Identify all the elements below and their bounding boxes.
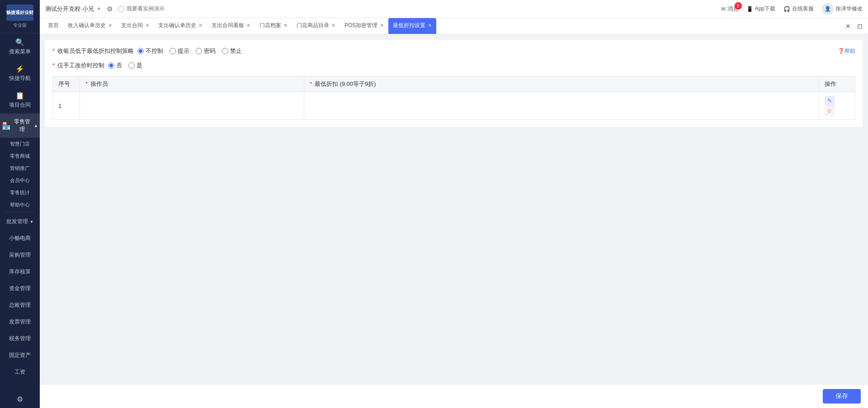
page-panel: * 收银员低于最低折扣控制策略 不控制 提示 密码 — [45, 40, 863, 127]
sidebar-item-member[interactable]: 会员中心 — [0, 174, 40, 187]
option-password[interactable]: 密码 — [196, 47, 216, 55]
wholesale-label: 批发管理 — [6, 218, 28, 225]
app-download-button[interactable]: 📱 App下载 — [746, 5, 775, 13]
invoice-label: 发票管理 — [9, 318, 31, 326]
sidebar-item-marketing[interactable]: 营销推广 — [0, 162, 40, 174]
radio-password[interactable] — [196, 48, 202, 54]
close-icon[interactable]: ✕ — [380, 23, 384, 28]
ecommerce-label: 小畅电商 — [9, 234, 31, 242]
inventory-label: 库存核算 — [9, 268, 31, 276]
discount-table: 序号 * 操作员 * 最低折扣 (9.00等于9折) 操作 — [52, 76, 855, 120]
tab-payment-board[interactable]: 支出合同看板 ✕ — [207, 18, 255, 34]
topbar-settings-icon[interactable]: ⚙ — [107, 5, 113, 13]
sidebar-item-shortcut[interactable]: ⚡ 快捷导航 — [0, 60, 40, 87]
required-star-2: * — [52, 62, 55, 69]
tab-pos-password[interactable]: POS加密管理 ✕ — [340, 18, 388, 34]
sidebar-item-retail-mall[interactable]: 零售商城 — [0, 150, 40, 162]
close-icon[interactable]: ✕ — [428, 23, 432, 28]
tab-payment-contract[interactable]: 支出合同 ✕ — [117, 18, 154, 34]
option-yes[interactable]: 是 — [128, 61, 142, 70]
message-button[interactable]: ✉ 消息 8 — [721, 5, 738, 13]
edition-label: 专业版 — [3, 22, 37, 28]
close-icon[interactable]: ✕ — [331, 23, 335, 28]
tab-payment-confirm-label: 支出确认单历史 — [158, 22, 196, 29]
demo-link[interactable]: 我要看实例演示 — [118, 5, 165, 13]
manual-price-label: * 仅手工改价时控制 — [52, 61, 104, 70]
retail-arrow-icon: ▲ — [34, 123, 38, 128]
sidebar-item-ecommerce[interactable]: 小畅电商 — [0, 230, 40, 247]
sidebar-item-payroll[interactable]: 工资 — [0, 364, 40, 380]
sidebar-item-label: 快捷导航 — [9, 75, 31, 82]
sidebar: 畅捷通 好业财 专业版 🔍 搜索菜单 ⚡ 快捷导航 📋 项目合同 🏪 零售管理 … — [0, 0, 40, 408]
close-tab-button[interactable]: ✕ — [844, 22, 853, 31]
tab-home[interactable]: 首页 — [43, 18, 63, 34]
sidebar-item-help[interactable]: 帮助中心 — [0, 199, 40, 211]
project-name: 测试分开克程·小兄 — [45, 5, 94, 13]
sidebar-item-project[interactable]: 📋 项目合同 — [0, 87, 40, 113]
message-badge: 8 — [735, 2, 742, 9]
content-area: * 收银员低于最低折扣控制策略 不控制 提示 密码 — [40, 34, 868, 384]
option-no-control[interactable]: 不控制 — [137, 47, 163, 55]
cell-operator[interactable] — [80, 92, 304, 120]
sidebar-item-purchase[interactable]: 采购管理 — [0, 247, 40, 263]
option-forbidden[interactable]: 禁止 — [222, 47, 242, 55]
sidebar-item-inventory[interactable]: 库存核算 — [0, 263, 40, 280]
tab-payment-contract-label: 支出合同 — [121, 22, 143, 29]
radio-no[interactable] — [108, 62, 114, 69]
tab-pos-password-label: POS加密管理 — [344, 22, 377, 29]
expand-tab-button[interactable]: ⊡ — [855, 22, 864, 31]
radio-yes[interactable] — [128, 62, 135, 69]
tab-payment-confirm-history[interactable]: 支出确认单历史 ✕ — [154, 18, 207, 34]
sidebar-settings-button[interactable]: ⚙ — [0, 390, 40, 408]
sidebar-item-fund[interactable]: 资金管理 — [0, 280, 40, 297]
sidebar-item-retail-stat[interactable]: 零售统计 — [0, 187, 40, 199]
sidebar-item-invoice[interactable]: 发票管理 — [0, 314, 40, 330]
project-selector[interactable]: 测试分开克程·小兄 ▼ — [45, 5, 101, 13]
tab-store-catalog[interactable]: 门店商品目录 ✕ — [292, 18, 340, 34]
tab-income-history[interactable]: 收入确认单历史 ✕ — [63, 18, 117, 34]
purchase-label: 采购管理 — [9, 251, 31, 259]
tabbar-actions: ✕ ⊡ — [840, 22, 864, 31]
tab-payment-board-label: 支出合同看板 — [212, 22, 244, 29]
sidebar-item-search[interactable]: 🔍 搜索菜单 — [0, 33, 40, 60]
tab-store-archive-label: 门店档案 — [259, 22, 281, 29]
sidebar-item-accounting[interactable]: 总账管理 — [0, 297, 40, 314]
manual-price-row: * 仅手工改价时控制 否 是 — [52, 61, 855, 70]
table-header-row: 序号 * 操作员 * 最低折扣 (9.00等于9折) 操作 — [53, 76, 855, 92]
close-icon[interactable]: ✕ — [283, 23, 288, 28]
user-menu[interactable]: 👤 徐泽华修改 — [822, 3, 863, 15]
option-remind[interactable]: 提示 — [170, 47, 189, 55]
online-support-button[interactable]: 🎧 在线客服 — [783, 5, 814, 13]
asset-label: 固定资产 — [9, 352, 31, 359]
radio-forbidden[interactable] — [222, 48, 228, 54]
tab-home-label: 首页 — [48, 22, 59, 29]
close-icon[interactable]: ✕ — [108, 23, 112, 28]
tab-store-archive[interactable]: 门店档案 ✕ — [255, 18, 292, 34]
sidebar-item-asset[interactable]: 固定资产 — [0, 347, 40, 364]
sidebar-item-tax[interactable]: 税务管理 — [0, 330, 40, 347]
option-no[interactable]: 否 — [108, 61, 122, 70]
close-icon[interactable]: ✕ — [198, 23, 203, 28]
radio-remind[interactable] — [170, 48, 176, 54]
logo-image: 畅捷通 好业财 — [6, 5, 33, 21]
sidebar-divider — [6, 212, 34, 212]
sidebar-item-smart-store[interactable]: 智慧门店 — [0, 138, 40, 150]
close-icon[interactable]: ✕ — [145, 23, 149, 28]
cell-actions: ✎ 🗑 — [819, 92, 855, 120]
help-link[interactable]: ❓帮助 — [838, 47, 855, 55]
radio-no-control[interactable] — [137, 48, 144, 54]
tab-min-discount[interactable]: 最低折扣设置 ✕ — [388, 18, 436, 34]
retail-icon: 🏪 — [2, 122, 11, 130]
close-icon[interactable]: ✕ — [246, 23, 250, 28]
cell-min-discount[interactable] — [304, 92, 819, 120]
save-button[interactable]: 保存 — [823, 389, 861, 403]
required-star: * — [52, 47, 55, 54]
sidebar-item-retail[interactable]: 🏪 零售管理 ▲ — [0, 113, 40, 138]
sidebar-item-wholesale[interactable]: 批发管理 ▼ — [0, 213, 40, 230]
tax-label: 税务管理 — [9, 335, 31, 342]
delete-row-button[interactable]: 🗑 — [825, 106, 835, 116]
tab-store-catalog-label: 门店商品目录 — [297, 22, 329, 29]
app-logo: 畅捷通 好业财 专业版 — [0, 0, 40, 33]
edit-row-button[interactable]: ✎ — [825, 96, 835, 106]
demo-text: 我要看实例演示 — [127, 5, 165, 13]
